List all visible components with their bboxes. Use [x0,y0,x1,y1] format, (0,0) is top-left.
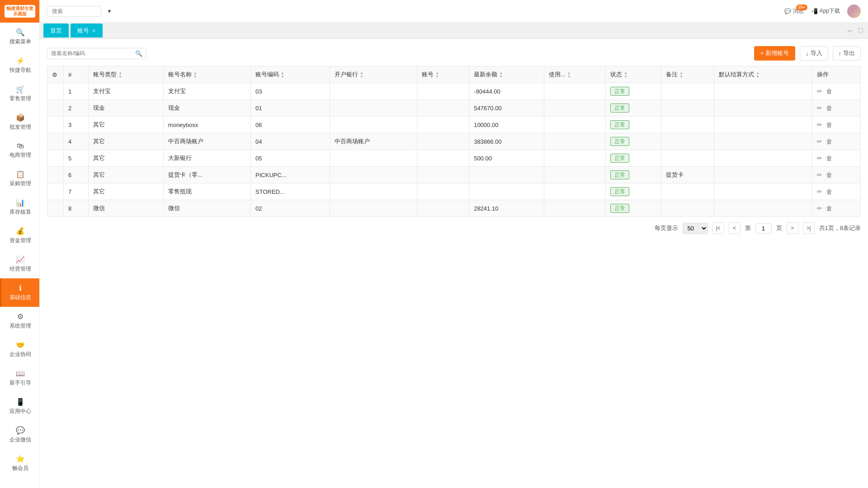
delete-btn[interactable]: 🗑 [826,155,832,162]
page-size-select[interactable]: 50 20 100 [683,223,708,234]
row-bank [330,183,417,200]
edit-btn[interactable]: ✏ [817,188,822,195]
tab-close-account[interactable]: ✕ [92,28,96,34]
col-account[interactable]: 账号▲▼ [417,66,469,83]
row-settings [47,83,64,100]
app-logo: 畅捷通财生意 乐惠版 [0,0,39,23]
table-row: 7 其它 零售抵现 STORED... 正常 ✏ 🗑 [47,183,861,200]
tab-home[interactable]: 首页 [43,23,69,38]
row-code: 03 [251,83,330,100]
sidebar-item-retail[interactable]: 🛒 零售管理 [0,80,39,108]
row-code: PICKUPC... [251,167,330,183]
row-note [661,183,714,200]
sidebar-item-operations[interactable]: 📈 经营管理 [0,250,39,278]
topbar: ▼ 💬 消息 99+ 📲 App下载 [40,0,868,23]
sidebar-item-search[interactable]: 🔍 搜索菜单 [0,23,39,51]
app-download-button[interactable]: 📲 App下载 [811,7,840,15]
delete-btn[interactable]: 🗑 [826,104,832,112]
sidebar-item-membership[interactable]: ⭐ 畅会员 [0,449,39,478]
page-last-btn[interactable]: >| [803,222,815,234]
row-note [661,100,714,117]
delete-btn[interactable]: 🗑 [826,171,832,178]
page-first-btn[interactable]: |< [712,222,724,234]
row-settings [47,150,64,167]
message-button[interactable]: 💬 消息 99+ [784,7,804,15]
row-balance: 10000.00 [469,117,544,133]
col-code[interactable]: 账号编码▲▼ [251,66,330,83]
message-icon: 💬 [784,8,791,14]
row-note: 提货卡 [661,167,714,183]
row-bank [330,150,417,167]
sidebar-item-enterprise-wechat[interactable]: 💬 企业微信 [0,421,39,449]
row-status: 正常 [606,183,661,200]
sidebar-item-inventory[interactable]: 📊 库存核算 [0,193,39,221]
page-prev-btn[interactable]: < [729,222,741,234]
row-code: STORED... [251,183,330,200]
page-next-btn[interactable]: > [787,222,798,234]
row-usage [544,183,605,200]
sidebar-item-ecommerce[interactable]: 🛍 电商管理 [0,136,39,164]
row-name: 提货卡（零... [163,167,250,183]
col-settlement[interactable]: 默认结算方式▲▼ [714,66,812,83]
row-note [661,133,714,150]
col-status[interactable]: 状态▲▼ [606,66,661,83]
window-minimize-btn[interactable]: — [846,27,854,34]
row-type: 其它 [89,167,164,183]
edit-btn[interactable]: ✏ [817,104,822,112]
row-action: ✏ 🗑 [812,83,860,100]
edit-btn[interactable]: ✏ [817,138,822,145]
row-type: 其它 [89,183,164,200]
table-row: 1 支付宝 支付宝 03 -90444.00 正常 ✏ 🗑 [47,83,861,100]
export-button[interactable]: ↑ 导出 [833,46,861,61]
window-maximize-btn[interactable]: ⛶ [857,27,864,34]
row-bank [330,167,417,183]
topbar-search-input[interactable] [47,6,101,17]
col-type[interactable]: 账号类型▲▼ [89,66,164,83]
page-toolbar: 🔍 + 新增账号 ↓ 导入 ↑ 导出 [47,46,861,61]
col-usage[interactable]: 使用...▲▼ [544,66,605,83]
sidebar-item-agreement[interactable]: 🤝 企业协同 [0,335,39,364]
col-balance[interactable]: 最新余额▲▼ [469,66,544,83]
search-input[interactable] [51,50,132,56]
col-name[interactable]: 账号名称▲▼ [163,66,250,83]
delete-btn[interactable]: 🗑 [826,121,832,128]
edit-btn[interactable]: ✏ [817,171,822,178]
delete-btn[interactable]: 🗑 [826,205,832,212]
delete-btn[interactable]: 🗑 [826,88,832,95]
table-row: 8 微信 微信 02 28241.10 正常 ✏ 🗑 [47,200,861,217]
import-button[interactable]: ↓ 导入 [800,46,828,61]
sidebar-item-wholesale[interactable]: 📦 批发管理 [0,108,39,136]
topbar-dropdown[interactable]: ▼ [107,8,112,14]
delete-btn[interactable]: 🗑 [826,138,832,145]
page-input[interactable] [755,223,772,234]
row-settings [47,167,64,183]
edit-btn[interactable]: ✏ [817,88,822,95]
row-action: ✏ 🗑 [812,150,860,167]
sidebar-item-finance[interactable]: 💰 资金管理 [0,221,39,250]
col-settings[interactable]: ⚙ [47,66,64,83]
finance-icon: 💰 [16,227,25,235]
row-action: ✏ 🗑 [812,117,860,133]
edit-btn[interactable]: ✏ [817,155,822,162]
sidebar-item-app-center[interactable]: 📱 应用中心 [0,392,39,421]
col-bank[interactable]: 开户银行▲▼ [330,66,417,83]
row-balance [469,167,544,183]
table-row: 3 其它 moneybosx 06 10000.00 正常 ✏ 🗑 [47,117,861,133]
edit-btn[interactable]: ✏ [817,205,822,212]
agreement-icon: 🤝 [16,341,25,349]
sidebar-item-guide[interactable]: 📖 新手引导 [0,364,39,392]
table-row: 6 其它 提货卡（零... PICKUPC... 正常 提货卡 ✏ 🗑 [47,167,861,183]
guide-icon: 📖 [16,369,25,378]
user-avatar[interactable] [847,5,861,18]
sidebar-item-system[interactable]: ⚙ 系统管理 [0,307,39,335]
sidebar-item-basic-info[interactable]: ℹ 基础信息 [0,278,39,307]
sidebar-item-purchase[interactable]: 📋 采购管理 [0,164,39,193]
add-account-button[interactable]: + 新增账号 [754,46,795,61]
row-type: 其它 [89,117,164,133]
tab-account[interactable]: 账号 ✕ [71,23,103,38]
delete-btn[interactable]: 🗑 [826,188,832,195]
col-note[interactable]: 备注▲▼ [661,66,714,83]
row-status: 正常 [606,100,661,117]
sidebar-item-quick-nav[interactable]: ⚡ 快捷导航 [0,51,39,80]
edit-btn[interactable]: ✏ [817,121,822,128]
